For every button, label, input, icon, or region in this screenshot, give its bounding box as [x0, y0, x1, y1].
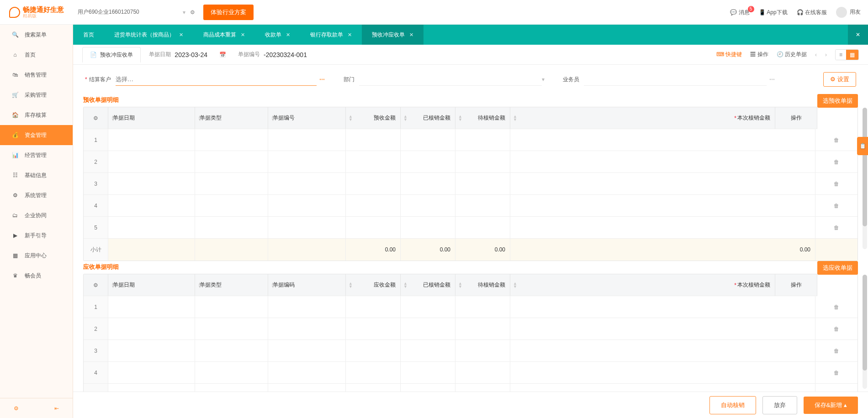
sidebar-item-apps[interactable]: ▦应用中心	[0, 246, 73, 266]
col-单据类型[interactable]: ▲▼单据类型	[195, 274, 268, 296]
cell[interactable]	[108, 340, 195, 361]
tab-首页[interactable]: 首页	[73, 25, 104, 45]
cell[interactable]	[268, 195, 346, 216]
try-solution-button[interactable]: 体验行业方案	[203, 5, 254, 20]
cell[interactable]	[401, 362, 455, 383]
cell[interactable]	[108, 151, 195, 172]
sidebar-item-sys[interactable]: ⚙系统管理	[0, 185, 73, 205]
col-本次核销金额[interactable]: ▲▼*本次核销金额	[510, 107, 775, 129]
column-config-icon[interactable]: ⚙	[84, 274, 108, 296]
cell[interactable]	[195, 362, 268, 383]
row-delete[interactable]: 🗑	[815, 340, 857, 361]
cell[interactable]	[108, 296, 195, 318]
cell[interactable]	[268, 296, 346, 318]
col-单据类型[interactable]: ▲▼单据类型	[195, 107, 268, 129]
column-config-icon[interactable]: ⚙	[84, 107, 108, 129]
cell[interactable]	[195, 217, 268, 238]
table-row[interactable]: 3🗑	[84, 173, 857, 195]
cell[interactable]	[510, 173, 815, 194]
cell[interactable]	[401, 195, 455, 216]
cell[interactable]	[195, 173, 268, 194]
col-待核销金额[interactable]: ▲▼待核销金额	[455, 274, 510, 296]
save-and-new-button[interactable]: 保存&新增 ▴	[804, 397, 858, 414]
nav-next-icon[interactable]: ›	[825, 52, 827, 58]
close-icon[interactable]: ✕	[241, 32, 245, 38]
sidebar-item-home[interactable]: ⌂首页	[0, 45, 73, 65]
row-delete[interactable]: 🗑	[815, 362, 857, 383]
cell[interactable]	[510, 318, 815, 340]
view-list-icon[interactable]: ≡	[836, 50, 846, 60]
cell[interactable]	[455, 340, 510, 361]
clerk-lookup-icon[interactable]: ⋯	[769, 76, 775, 83]
cell[interactable]	[401, 217, 455, 238]
customer-input[interactable]	[116, 73, 317, 86]
col-单据编号[interactable]: ▲▼单据编号	[268, 107, 346, 129]
cell[interactable]	[401, 340, 455, 361]
sidebar-item-sale[interactable]: 🛍销售管理	[0, 65, 73, 85]
row-delete[interactable]: 🗑	[815, 318, 857, 340]
cell[interactable]	[108, 217, 195, 238]
calendar-icon[interactable]: 📅	[219, 52, 226, 58]
cell[interactable]	[108, 173, 195, 194]
cell[interactable]	[268, 318, 346, 340]
cell[interactable]	[510, 296, 815, 318]
col-本次核销金额[interactable]: ▲▼*本次核销金额	[510, 274, 775, 296]
col-待核销金额[interactable]: ▲▼待核销金额	[455, 107, 510, 129]
tenant-selector[interactable]: 用户690企业1660120750 ▾	[78, 8, 190, 16]
cell[interactable]	[455, 217, 510, 238]
cell[interactable]	[195, 151, 268, 172]
setting-button[interactable]: ⚙ 设置	[823, 72, 856, 87]
app-download-link[interactable]: 📱 App下载	[759, 9, 788, 16]
clerk-input[interactable]	[584, 73, 767, 86]
table-row[interactable]: 1🗑	[84, 129, 857, 151]
col-已核销金额[interactable]: ▲▼已核销金额	[401, 107, 455, 129]
cell[interactable]	[510, 217, 815, 238]
history-link[interactable]: 🕘 历史单据	[777, 51, 807, 58]
row-delete[interactable]: 🗑	[815, 129, 857, 151]
close-all-tabs[interactable]: ✕	[848, 25, 868, 45]
cell[interactable]	[455, 173, 510, 194]
cell[interactable]	[268, 362, 346, 383]
chevron-down-icon[interactable]: ▾	[542, 76, 545, 83]
tab-进货单统计表（按商品）[interactable]: 进货单统计表（按商品）✕	[104, 25, 193, 45]
cell[interactable]	[195, 129, 268, 151]
cell[interactable]	[346, 173, 401, 194]
cell[interactable]	[455, 296, 510, 318]
cell[interactable]	[195, 340, 268, 361]
shortcut-link[interactable]: ⌨ 快捷键	[716, 51, 742, 58]
cell[interactable]	[268, 340, 346, 361]
close-icon[interactable]: ✕	[409, 32, 413, 38]
cell[interactable]	[455, 318, 510, 340]
cell[interactable]	[346, 217, 401, 238]
cell[interactable]	[195, 318, 268, 340]
sidebar-item-vip[interactable]: ♛畅会员	[0, 266, 73, 286]
receivable-scrollbar[interactable]	[863, 275, 867, 389]
row-delete[interactable]: 🗑	[815, 217, 857, 238]
cell[interactable]	[108, 362, 195, 383]
row-delete[interactable]: 🗑	[815, 173, 857, 194]
doc-date-value[interactable]: 2023-03-24	[175, 51, 207, 58]
cell[interactable]	[108, 195, 195, 216]
col-已核销金额[interactable]: ▲▼已核销金额	[401, 274, 455, 296]
sidebar-item-stock[interactable]: 🏠库存核算	[0, 105, 73, 125]
cell[interactable]	[510, 195, 815, 216]
online-service-link[interactable]: 🎧 在线客服	[797, 9, 827, 16]
cell[interactable]	[108, 129, 195, 151]
table-row[interactable]: 1🗑	[84, 296, 857, 318]
cell[interactable]	[195, 195, 268, 216]
cell[interactable]	[455, 129, 510, 151]
sidebar-collapse-icon[interactable]: ⇤	[54, 405, 59, 412]
messages-link[interactable]: 💬 消息 5	[730, 9, 749, 16]
sidebar-settings-icon[interactable]: ⚙	[14, 405, 19, 412]
select-receivable-button[interactable]: 选应收单据	[817, 261, 858, 275]
cell[interactable]	[195, 296, 268, 318]
close-icon[interactable]: ✕	[286, 32, 290, 38]
sidebar-item-guide[interactable]: ▶新手引导	[0, 225, 73, 246]
col-预收金额[interactable]: ▲▼预收金额	[346, 107, 401, 129]
col-单据日期[interactable]: ▲▼单据日期	[108, 107, 195, 129]
cell[interactable]	[346, 195, 401, 216]
select-prepay-button[interactable]: 选预收单据	[817, 94, 858, 108]
cell[interactable]	[268, 151, 346, 172]
col-单据日期[interactable]: ▲▼单据日期	[108, 274, 195, 296]
cell[interactable]	[346, 296, 401, 318]
